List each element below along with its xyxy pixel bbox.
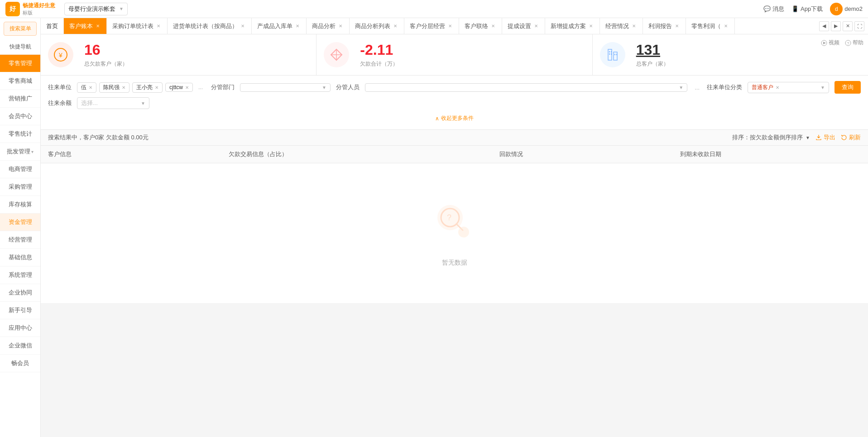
- tab-close-customer-contact[interactable]: ✕: [490, 23, 496, 29]
- tab-close-customer-segment[interactable]: ✕: [447, 23, 453, 29]
- sidebar-item-inventory-check[interactable]: 库存核算: [0, 196, 40, 214]
- tab-expand-button[interactable]: ⛶: [854, 21, 864, 31]
- filter-person-dots[interactable]: ...: [693, 83, 701, 92]
- export-button[interactable]: 导出: [815, 133, 835, 142]
- sidebar-item-retail-shop[interactable]: 零售商城: [0, 72, 40, 90]
- filter-person-select[interactable]: ▼: [365, 83, 687, 92]
- tab-home[interactable]: 首页: [41, 18, 64, 34]
- sidebar-item-system-mgmt[interactable]: 系统管理: [0, 266, 40, 284]
- user-profile[interactable]: d demo2: [830, 3, 863, 15]
- stat3-bg-icon: [600, 42, 625, 67]
- tag-close-unit-class[interactable]: ✕: [776, 85, 779, 90]
- message-button[interactable]: 💬 消息: [763, 5, 784, 13]
- building-icon: [605, 48, 620, 62]
- table-header: 客户信息 欠款交易信息（占比） 回款情况 到期未收款日期: [41, 146, 868, 163]
- unit-class-tag: 普通客户 ✕: [752, 84, 779, 91]
- company-selector[interactable]: 母婴行业演示帐套 ▼: [64, 3, 128, 15]
- tab-purchase-order-stats[interactable]: 采购订单统计表 ✕: [107, 18, 168, 34]
- sidebar-item-ecommerce-mgmt[interactable]: 电商管理: [0, 161, 40, 178]
- refresh-button[interactable]: 刷新: [841, 133, 861, 142]
- tab-close-cost-in[interactable]: ✕: [294, 23, 301, 29]
- filter-bar: 往来单位 伍 ✕ 陈民强 ✕ 王小亮 ✕: [41, 76, 868, 130]
- sidebar-item-vip-member[interactable]: 畅会员: [0, 355, 40, 372]
- tab-close-raise-settings[interactable]: ✕: [533, 23, 539, 29]
- sidebar-item-operation-mgmt[interactable]: 经营管理: [0, 231, 40, 249]
- tab-retail-profit[interactable]: 零售利润（ ✕: [686, 18, 735, 34]
- tab-next-button[interactable]: ▶: [831, 21, 841, 31]
- quick-nav-button[interactable]: 快捷导航: [0, 39, 40, 55]
- sidebar-item-retail-mgmt[interactable]: 零售管理: [0, 55, 40, 72]
- tag-close-cjttcw[interactable]: ✕: [185, 85, 189, 90]
- sidebar-item-wholesale-mgmt[interactable]: 批发管理 ▾: [0, 143, 40, 161]
- help-button[interactable]: ? 帮助: [845, 39, 863, 47]
- stat1-label: 总欠款客户（家）: [84, 60, 128, 68]
- tab-customer-segment[interactable]: 客户分层经营 ✕: [404, 18, 459, 34]
- unit-class-arrow-icon: ▼: [820, 85, 825, 90]
- company-dropdown-icon: ▼: [119, 6, 124, 11]
- sidebar-item-new-guide[interactable]: 新手引导: [0, 302, 40, 319]
- tab-close-new-plan[interactable]: ✕: [588, 23, 594, 29]
- collapse-button[interactable]: ∧ 收起更多条件: [48, 113, 861, 124]
- filter-balance-select[interactable]: 选择... ▼: [77, 97, 149, 109]
- filter-unit-more[interactable]: ...: [196, 83, 206, 91]
- query-button[interactable]: 查询: [834, 81, 861, 94]
- tag-close-chenminqiang[interactable]: ✕: [122, 85, 125, 90]
- sidebar-item-marketing[interactable]: 营销推广: [0, 90, 40, 108]
- sort-dropdown[interactable]: 排序：按欠款金额倒序排序 ▼: [732, 133, 810, 142]
- sidebar-item-basic-info[interactable]: 基础信息: [0, 249, 40, 266]
- tab-close-product-analysis-list[interactable]: ✕: [392, 23, 398, 29]
- svg-rect-8: [611, 51, 612, 52]
- filter-dept-label: 分管部门: [211, 83, 235, 91]
- tab-close-customer-book[interactable]: ✕: [95, 23, 101, 29]
- sidebar-item-capital-mgmt[interactable]: 资金管理: [0, 214, 40, 231]
- filter-unit-class-select[interactable]: 普通客户 ✕ ▼: [748, 82, 829, 93]
- stat2-content: -2.11 欠款合计（万）: [360, 42, 398, 68]
- tab-prev-button[interactable]: ◀: [819, 21, 829, 31]
- table-container: 客户信息 欠款交易信息（占比） 回款情况 到期未收款日期 ?: [41, 146, 868, 303]
- tab-close-all-button[interactable]: ✕: [843, 21, 853, 31]
- sidebar-item-purchase-mgmt[interactable]: 采购管理: [0, 178, 40, 196]
- filter-tag-cjttcw: cjttcw ✕: [165, 83, 193, 92]
- tab-close-goods-in-stats[interactable]: ✕: [240, 23, 246, 29]
- tab-profit-report[interactable]: 利润报告 ✕: [643, 18, 686, 34]
- filter-balance-label: 往来余额: [48, 99, 72, 107]
- svg-rect-10: [611, 53, 612, 55]
- tab-customer-book[interactable]: 客户账本 ✕: [64, 18, 107, 34]
- tab-new-plan[interactable]: 新增提成方案 ✕: [545, 18, 600, 34]
- filter-dept-select[interactable]: ▼: [240, 83, 331, 92]
- filter-person-label: 分管人员: [336, 83, 360, 91]
- help-icon: ?: [845, 40, 851, 46]
- search-result-actions: 排序：按欠款金额倒序排序 ▼ 导出 刷新: [732, 133, 861, 142]
- tag-close-wu[interactable]: ✕: [89, 85, 92, 90]
- customer-book-tab-label: 客户账本: [69, 22, 93, 30]
- tab-product-analysis-list[interactable]: 商品分析列表 ✕: [350, 18, 404, 34]
- tab-customer-contact[interactable]: 客户联络 ✕: [459, 18, 502, 34]
- sidebar-item-enterprise-coop[interactable]: 企业协同: [0, 284, 40, 302]
- tab-close-retail-profit[interactable]: ✕: [723, 23, 729, 29]
- svg-rect-12: [616, 54, 617, 55]
- sidebar-item-retail-stats[interactable]: 零售统计: [0, 125, 40, 143]
- tab-close-operation-status[interactable]: ✕: [631, 23, 637, 29]
- tab-close-purchase-order-stats[interactable]: ✕: [155, 23, 162, 29]
- tab-operation-status[interactable]: 经营情况 ✕: [600, 18, 643, 34]
- sidebar-item-app-center[interactable]: 应用中心: [0, 319, 40, 337]
- sidebar-item-member-center[interactable]: 会员中心: [0, 108, 40, 125]
- stat-total-debt-amount: -2.11 欠款合计（万）: [317, 34, 592, 75]
- tab-close-profit-report[interactable]: ✕: [674, 23, 680, 29]
- tag-close-wangxiaoliang[interactable]: ✕: [155, 85, 158, 90]
- tab-close-product-analysis[interactable]: ✕: [337, 23, 344, 29]
- tab-goods-in-stats[interactable]: 进货单统计表（按商品） ✕: [168, 18, 252, 34]
- svg-rect-6: [614, 52, 617, 60]
- sidebar-search-area: 搜索菜单: [0, 18, 40, 39]
- diamond-icon: [329, 48, 344, 62]
- sidebar-item-enterprise-wechat[interactable]: 企业微信: [0, 337, 40, 355]
- tab-raise-settings[interactable]: 提成设置 ✕: [502, 18, 545, 34]
- tab-product-analysis[interactable]: 商品分析 ✕: [307, 18, 350, 34]
- video-button[interactable]: 视频: [821, 39, 839, 47]
- balance-arrow-icon: ▼: [141, 101, 145, 106]
- tab-cost-in[interactable]: 产成品入库单 ✕: [252, 18, 307, 34]
- app-icon: 📱: [791, 5, 799, 12]
- table-col-repayment: 回款情况: [499, 150, 680, 158]
- search-menu-button[interactable]: 搜索菜单: [4, 22, 37, 36]
- app-download-button[interactable]: 📱 App下载: [791, 5, 823, 13]
